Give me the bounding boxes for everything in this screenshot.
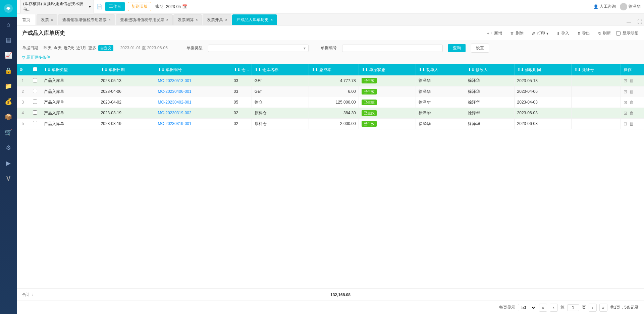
per-page-select[interactable]: 50 10 20 100 xyxy=(518,304,536,311)
user-button[interactable]: 徐泽华 xyxy=(620,3,641,10)
show-detail-toggle[interactable]: 显示明细 xyxy=(616,30,639,36)
tab-sales-vat[interactable]: 查看销项增值税专用发票 × xyxy=(58,14,115,25)
doc-type-select[interactable]: ▾ xyxy=(208,45,309,52)
row-doc-num-4[interactable]: MC-20230319-001 xyxy=(155,118,231,129)
tab-open-close[interactable]: × xyxy=(225,18,227,22)
query-button[interactable]: 查询 xyxy=(448,44,466,52)
doc-icon[interactable]: 📄 xyxy=(97,4,102,9)
new-button[interactable]: + + 新增 xyxy=(484,29,505,37)
row-doc-num-1[interactable]: MC-20230406-001 xyxy=(155,86,231,97)
maximize-button[interactable]: ⛶ xyxy=(635,18,644,25)
sidebar-item-docs[interactable]: ▤ xyxy=(0,32,17,48)
th-warehouse-code[interactable]: ⬆⬇ 仓... xyxy=(231,64,252,75)
th-doc-date[interactable]: ⬆⬇ 单据日期 xyxy=(98,64,155,75)
row-delete-icon-2[interactable]: 🗑 xyxy=(629,100,634,105)
th-doc-type[interactable]: ⬆⬇ 单据类型 xyxy=(41,64,98,75)
row-modify-time-4: 2023-06-03 xyxy=(514,118,571,129)
row-doc-num-3[interactable]: MC-20230319-002 xyxy=(155,108,231,118)
sidebar-item-config[interactable]: ⚙ xyxy=(0,140,17,155)
select-all-checkbox[interactable] xyxy=(33,67,37,71)
row-checkbox-3[interactable] xyxy=(29,108,41,118)
sidebar-item-security[interactable]: 🔒 xyxy=(0,63,17,78)
row-settings-2: 3 xyxy=(17,97,29,108)
shortcut-today[interactable]: 今天 xyxy=(54,45,62,51)
company-selector[interactable]: (库存核算) 直播轻捷通信息技术股份... ▾ xyxy=(20,0,94,14)
print-button[interactable]: 🖨 打印 ▾ xyxy=(529,29,551,37)
tab-calc[interactable]: 发票测算 × xyxy=(173,14,202,25)
table-row: 2 产品入库单 2023-04-06 MC-20230406-001 03 GE… xyxy=(17,86,644,97)
row-checkbox-0[interactable] xyxy=(29,75,41,86)
row-doc-num-2[interactable]: MC-20230402-001 xyxy=(155,97,231,108)
sidebar-item-tools[interactable]: ▶ xyxy=(0,155,17,171)
row-doc-type-0: 产品入库单 xyxy=(41,75,98,86)
th-voucher[interactable]: ⬆⬇ 凭证号 xyxy=(571,64,621,75)
custom-tag[interactable]: 自定义 xyxy=(98,45,113,51)
th-warehouse-name[interactable]: ⬆⬇ 仓库名称 xyxy=(252,64,309,75)
row-delete-icon-1[interactable]: 🗑 xyxy=(629,89,634,94)
page-number-input[interactable] xyxy=(567,304,579,311)
minimize-button[interactable]: — xyxy=(625,18,633,25)
tab-invoice-close[interactable]: × xyxy=(51,18,53,22)
sidebar-item-inventory[interactable]: 📦 xyxy=(0,109,17,125)
shortcut-7days[interactable]: 近7天 xyxy=(64,45,74,51)
setting-button[interactable]: 设置 xyxy=(471,44,489,53)
th-modifier[interactable]: ⬆⬇ 修改人 xyxy=(465,64,514,75)
refresh-button[interactable]: ↻ 刷新 xyxy=(595,29,613,37)
show-detail-checkbox[interactable] xyxy=(616,31,621,36)
row-delete-icon-4[interactable]: 🗑 xyxy=(629,121,634,126)
tab-product-history-close[interactable]: × xyxy=(271,18,273,22)
shortcut-more[interactable]: 更多 xyxy=(88,45,96,51)
shortcut-yesterday[interactable]: 昨天 xyxy=(44,45,52,51)
sidebar-item-finance[interactable]: 💰 xyxy=(0,94,17,109)
th-modify-time[interactable]: ⬆⬇ 修改时间 xyxy=(514,64,571,75)
row-delete-icon-3[interactable]: 🗑 xyxy=(629,111,634,116)
tab-purchase-vat-close[interactable]: × xyxy=(166,18,168,22)
row-edit-icon-3[interactable]: ⊡ xyxy=(624,111,627,116)
workbench-button[interactable]: 工作台 xyxy=(105,2,125,11)
th-total-cost[interactable]: ⬆⬇ 总成本 xyxy=(309,64,359,75)
sidebar-item-home[interactable]: ⌂ xyxy=(0,17,17,32)
tab-home[interactable]: 首页 xyxy=(17,14,36,25)
row-doc-num-0[interactable]: MC-20230513-001 xyxy=(155,75,231,86)
row-delete-icon-0[interactable]: 🗑 xyxy=(629,78,634,83)
sidebar-item-version[interactable]: V xyxy=(0,171,17,186)
import-button[interactable]: ⬇ 导入 xyxy=(554,29,572,37)
tab-product-history[interactable]: 产成品入库单历史 × xyxy=(232,14,277,25)
data-table: ⚙ ⬆⬇ 单据类型 ⬆⬇ xyxy=(17,64,644,129)
period-value[interactable]: 2023-05 📅 xyxy=(166,4,187,9)
content-area: 产成品入库单历史 + + 新增 🗑 删除 🖨 打印 ▾ ⬇ 导入 xyxy=(17,25,644,314)
row-edit-icon-4[interactable]: ⊡ xyxy=(624,121,627,126)
first-page-button[interactable]: « xyxy=(539,304,547,312)
export-button[interactable]: ⬆ 导出 xyxy=(575,29,593,37)
tab-sales-vat-close[interactable]: × xyxy=(109,18,111,22)
th-checkbox[interactable] xyxy=(29,64,41,75)
sidebar-item-purchase[interactable]: 🛒 xyxy=(0,125,17,140)
sidebar-item-files[interactable]: 📁 xyxy=(0,78,17,94)
next-page-button[interactable]: › xyxy=(589,304,597,312)
row-checkbox-2[interactable] xyxy=(29,97,41,108)
doc-num-input[interactable] xyxy=(342,45,443,52)
app-logo[interactable] xyxy=(0,0,17,17)
row-edit-icon-0[interactable]: ⊡ xyxy=(624,78,627,83)
last-page-button[interactable]: » xyxy=(599,304,607,312)
prev-page-button[interactable]: ‹ xyxy=(550,304,558,312)
row-edit-icon-2[interactable]: ⊡ xyxy=(624,100,627,105)
expand-conditions-button[interactable]: ▽ 展开更多条件 xyxy=(22,55,639,60)
row-edit-icon-1[interactable]: ⊡ xyxy=(624,89,627,94)
row-doc-date-0: 2023-05-13 xyxy=(98,75,155,86)
tab-invoice[interactable]: 发票 × xyxy=(37,14,57,25)
th-creator[interactable]: ⬆⬇ 制单人 xyxy=(416,64,465,75)
shortcut-1month[interactable]: 近1月 xyxy=(76,45,87,51)
sidebar-item-analysis[interactable]: 📈 xyxy=(0,48,17,63)
tab-open[interactable]: 发票开具 × xyxy=(203,14,231,25)
tab-purchase-vat[interactable]: 查看进项增值税专用发票 × xyxy=(116,14,173,25)
history-button[interactable]: 切到旧版 xyxy=(128,2,151,11)
row-checkbox-4[interactable] xyxy=(29,118,41,129)
tab-calc-close[interactable]: × xyxy=(196,18,198,22)
service-button[interactable]: 👤 人工咨询 xyxy=(593,4,616,9)
row-checkbox-1[interactable] xyxy=(29,86,41,97)
th-status[interactable]: ⬆⬇ 单据状态 xyxy=(359,64,416,75)
th-settings[interactable]: ⚙ xyxy=(17,64,29,75)
th-doc-num[interactable]: ⬆⬇ 单据编号 xyxy=(155,64,231,75)
delete-button[interactable]: 🗑 删除 xyxy=(507,29,526,37)
